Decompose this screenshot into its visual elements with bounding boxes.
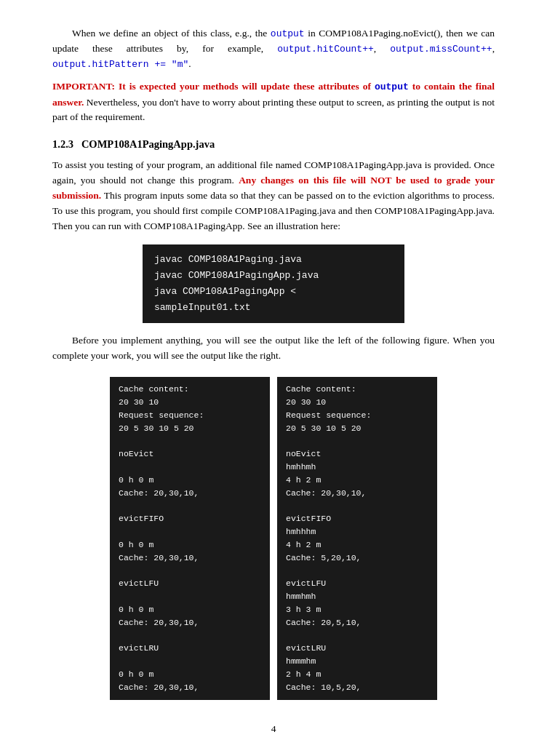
right-evictfifo: evictFIFO xyxy=(286,512,428,525)
right-spacer-3 xyxy=(286,565,428,578)
left-spacer-3 xyxy=(119,500,261,513)
right-line-4: 20 5 30 10 5 20 xyxy=(286,422,428,435)
intro-paragraph: When we define an object of this class, … xyxy=(52,26,495,72)
right-cache-3: Cache: 20,5,10, xyxy=(286,616,428,629)
code-hitcount: output.hitCount++ xyxy=(277,44,374,55)
period-1: . xyxy=(188,58,191,69)
right-line-3: Request sequence: xyxy=(286,409,428,422)
page-number: 4 xyxy=(271,723,276,735)
right-hmhhmh: hmhhmh xyxy=(286,461,428,474)
section-heading-123: 1.2.3 COMP108A1PagingApp.java xyxy=(52,138,495,151)
right-hmmmhm: hmmmhm xyxy=(286,655,428,668)
section-number: 1.2.3 xyxy=(52,138,73,150)
left-hm-1: 0 h 0 m xyxy=(119,474,261,487)
right-cache-4: Cache: 10,5,20, xyxy=(286,681,428,694)
right-spacer-4 xyxy=(286,629,428,642)
right-hm-2: 4 h 2 m xyxy=(286,538,428,552)
right-line-1: Cache content: xyxy=(286,383,428,396)
before-figure-para: Before you implement anything, you will … xyxy=(52,333,495,364)
important-paragraph: IMPORTANT: It is expected your methods w… xyxy=(52,79,495,125)
right-cache-2: Cache: 5,20,10, xyxy=(286,552,428,565)
left-spacer-7 xyxy=(119,629,261,642)
left-cache-1: Cache: 20,30,10, xyxy=(119,487,261,500)
left-hm-4: 0 h 0 m xyxy=(119,668,261,681)
section-title: COMP108A1PagingApp.java xyxy=(81,138,215,150)
comma-2: , xyxy=(492,43,495,54)
left-spacer-4 xyxy=(119,525,261,538)
right-terminal: Cache content: 20 30 10 Request sequence… xyxy=(277,377,437,700)
code-line-3: java COMP108A1PagingApp < sampleInput01.… xyxy=(154,284,393,316)
right-cache-1: Cache: 20,30,10, xyxy=(286,487,428,500)
left-line-4: 20 5 30 10 5 20 xyxy=(119,422,261,435)
left-line-2: 20 30 10 xyxy=(119,396,261,409)
important-rest: Nevertheless, you don't have to worry ab… xyxy=(52,97,495,123)
code-line-1: javac COMP108A1Paging.java xyxy=(154,252,393,268)
code-block: javac COMP108A1Paging.java javac COMP108… xyxy=(143,244,404,323)
document-page: When we define an object of this class, … xyxy=(0,0,547,756)
right-spacer-2 xyxy=(286,500,428,513)
right-spacer-1 xyxy=(286,434,428,447)
left-noevict: noEvict xyxy=(119,447,261,461)
left-spacer-2 xyxy=(119,461,261,474)
left-spacer-1 xyxy=(119,434,261,447)
left-cache-3: Cache: 20,30,10, xyxy=(119,616,261,629)
right-hm-4: 2 h 4 m xyxy=(286,668,428,681)
left-cache-4: Cache: 20,30,10, xyxy=(119,681,261,694)
output-keyword-1: output xyxy=(271,28,305,39)
right-hmmhmh: hmmhmh xyxy=(286,590,428,603)
code-hitpattern: output.hitPattern += "m" xyxy=(52,59,188,70)
left-terminal: Cache content: 20 30 10 Request sequence… xyxy=(110,377,270,700)
left-line-3: Request sequence: xyxy=(119,409,261,422)
code-line-2: javac COMP108A1PagingApp.java xyxy=(154,268,393,284)
left-spacer-8 xyxy=(119,655,261,668)
left-line-1: Cache content: xyxy=(119,383,261,396)
left-evictlru: evictLRU xyxy=(119,642,261,655)
right-noevict: noEvict xyxy=(286,447,428,461)
left-cache-2: Cache: 20,30,10, xyxy=(119,552,261,565)
right-evictlfu: evictLFU xyxy=(286,577,428,590)
left-hm-2: 0 h 0 m xyxy=(119,538,261,552)
left-evictlfu: evictLFU xyxy=(119,577,261,590)
section-para-1-end: This program inputs some data so that th… xyxy=(52,190,495,231)
comma-1: , xyxy=(374,43,390,54)
terminal-area: Cache content: 20 30 10 Request sequence… xyxy=(52,377,495,700)
left-spacer-5 xyxy=(119,565,261,578)
section-para-1: To assist you testing of your program, a… xyxy=(52,158,495,234)
right-line-2: 20 30 10 xyxy=(286,396,428,409)
intro-text-1: When we define an object of this class, … xyxy=(72,28,271,39)
left-evictfifo: evictFIFO xyxy=(119,512,261,525)
code-misscount: output.missCount++ xyxy=(390,44,492,55)
right-hm-3: 3 h 3 m xyxy=(286,603,428,616)
left-hm-3: 0 h 0 m xyxy=(119,603,261,616)
right-hmhhhm: hmhhhm xyxy=(286,525,428,538)
right-evictlru: evictLRU xyxy=(286,642,428,655)
right-hm-1: 4 h 2 m xyxy=(286,474,428,487)
left-spacer-6 xyxy=(119,590,261,603)
